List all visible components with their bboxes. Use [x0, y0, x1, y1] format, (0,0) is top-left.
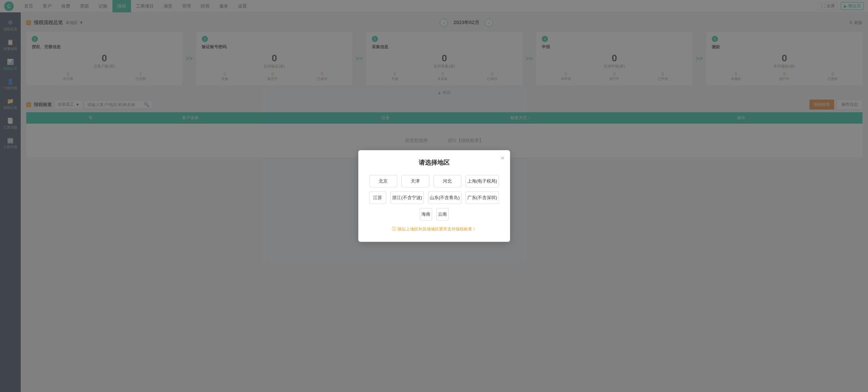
region-button-江苏[interactable]: 江苏 — [369, 192, 387, 204]
modal-warning: ⓘ 除以上地区外其他地区暂不支持报税检查！ — [369, 226, 499, 232]
region-grid-row2: 江苏浙江(不含宁波)山东(不含青岛)广东(不含深圳) — [369, 192, 499, 204]
modal-close-button[interactable]: × — [501, 155, 505, 161]
warning-icon: ⓘ — [392, 226, 396, 232]
region-select-modal: × 请选择地区 北京天津河北上海(电子税局) 江苏浙江(不含宁波)山东(不含青岛… — [358, 150, 510, 242]
region-button-云南[interactable]: 云南 — [436, 208, 449, 220]
region-button-广东(不含深圳)[interactable]: 广东(不含深圳) — [466, 192, 499, 204]
region-button-上海(电子税局)[interactable]: 上海(电子税局) — [466, 175, 499, 187]
region-grid-row1: 北京天津河北上海(电子税局) — [369, 175, 499, 187]
region-button-浙江(不含宁波)[interactable]: 浙江(不含宁波) — [390, 192, 424, 204]
region-button-山东(不含青岛)[interactable]: 山东(不含青岛) — [428, 192, 461, 204]
region-button-河北[interactable]: 河北 — [433, 175, 461, 187]
region-grid-row3: 海南云南 — [369, 208, 499, 220]
region-button-海南[interactable]: 海南 — [420, 208, 432, 220]
region-button-北京[interactable]: 北京 — [369, 175, 397, 187]
modal-title: 请选择地区 — [369, 158, 499, 167]
region-button-天津[interactable]: 天津 — [401, 175, 429, 187]
modal-warning-text: 除以上地区外其他地区暂不支持报税检查！ — [398, 226, 476, 232]
modal-overlay: × 请选择地区 北京天津河北上海(电子税局) 江苏浙江(不含宁波)山东(不含青岛… — [0, 0, 868, 392]
